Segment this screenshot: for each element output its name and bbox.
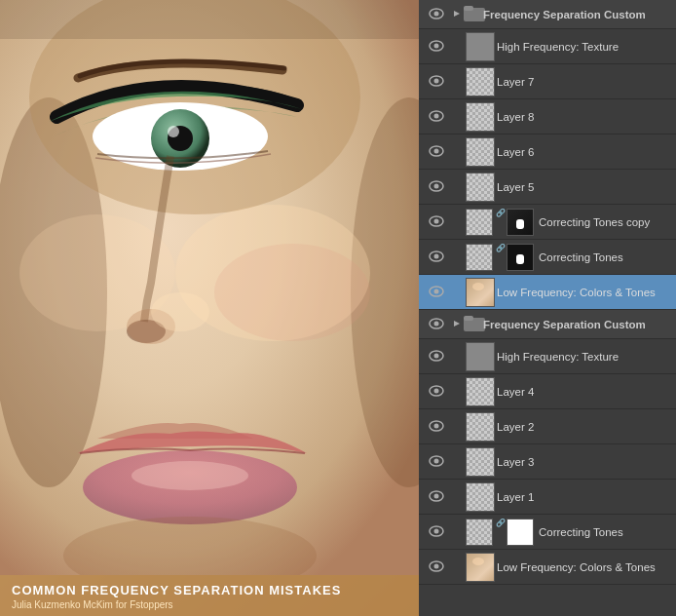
svg-rect-17 [0, 0, 419, 39]
svg-point-9 [168, 126, 179, 137]
svg-point-12 [151, 292, 209, 331]
eye-visibility-icon[interactable] [423, 7, 450, 22]
layer-row[interactable]: 🔗Correcting Tones copy [419, 205, 676, 240]
eye-visibility-icon[interactable] [423, 384, 450, 400]
eye-visibility-icon[interactable] [423, 419, 450, 435]
layer-row[interactable]: Layer 5 [419, 170, 676, 205]
folder-icon [464, 4, 483, 24]
layer-name: Correcting Tones copy [539, 216, 672, 228]
layer-row[interactable]: Layer 1 [419, 480, 676, 515]
layer-thumbnail [466, 32, 495, 61]
eye-visibility-icon[interactable] [423, 250, 450, 265]
layer-thumbnail [466, 102, 495, 132]
svg-rect-22 [464, 6, 473, 11]
layer-name: Layer 2 [497, 421, 672, 433]
svg-point-30 [434, 148, 439, 153]
photo-panel: COMMON FREQUENCY SEPARATION MISTAKES Jul… [0, 0, 419, 616]
caption-title: COMMON FREQUENCY SEPARATION MISTAKES [12, 583, 407, 597]
eye-visibility-icon[interactable] [423, 559, 450, 575]
eye-visibility-icon[interactable] [423, 285, 450, 300]
layer-row[interactable]: Layer 7 [419, 64, 676, 99]
eye-visibility-icon[interactable] [423, 214, 450, 230]
eye-visibility-icon[interactable] [423, 74, 450, 90]
layer-name: Layer 8 [497, 111, 672, 123]
layer-row[interactable]: Frequency Separation Custom [419, 310, 676, 339]
eye-visibility-icon[interactable] [423, 317, 450, 332]
layer-link-icon: 🔗 [496, 244, 506, 271]
svg-point-40 [434, 321, 439, 326]
layer-name: Frequency Separation Custom [483, 319, 672, 330]
svg-point-57 [434, 563, 439, 568]
layer-row[interactable]: Layer 8 [419, 99, 676, 135]
svg-point-45 [434, 353, 439, 358]
svg-marker-20 [454, 11, 460, 17]
layer-name: Layer 4 [497, 386, 672, 398]
layer-thumbnail [466, 173, 495, 202]
layer-thumbnail [466, 553, 495, 582]
layer-thumbnail [466, 447, 495, 477]
layers-panel[interactable]: Frequency Separation CustomHigh Frequenc… [419, 0, 676, 616]
layer-row[interactable]: High Frequency: Texture [419, 339, 676, 374]
layer-name: Layer 7 [497, 76, 672, 88]
layer-row[interactable]: Layer 6 [419, 135, 676, 170]
layer-name: Correcting Tones [539, 526, 672, 538]
collapse-arrow-icon[interactable] [450, 319, 464, 330]
layer-thumbnail [466, 137, 495, 167]
svg-point-14 [131, 461, 248, 490]
layer-thumbnail [466, 342, 495, 371]
eye-visibility-icon[interactable] [423, 109, 450, 125]
svg-point-53 [434, 493, 439, 498]
layer-thumbnail [466, 278, 495, 307]
layer-thumbnail [466, 482, 495, 512]
svg-point-38 [434, 289, 439, 293]
layer-row[interactable]: Frequency Separation Custom [419, 0, 676, 29]
caption-subtitle: Julia Kuzmenko McKim for Fstoppers [12, 599, 407, 610]
svg-point-51 [434, 458, 439, 463]
eye-visibility-icon[interactable] [423, 524, 450, 540]
layer-name: Correcting Tones [539, 251, 672, 263]
eye-visibility-icon[interactable] [423, 454, 450, 470]
layer-name: High Frequency: Texture [497, 41, 672, 53]
layer-thumbnail [466, 377, 495, 406]
svg-point-16 [214, 244, 370, 341]
svg-point-36 [434, 253, 439, 258]
eye-visibility-icon[interactable] [423, 39, 450, 55]
eye-visibility-icon[interactable] [423, 179, 450, 195]
svg-point-24 [434, 43, 439, 48]
folder-icon [464, 314, 483, 334]
svg-marker-41 [454, 321, 460, 327]
photo-caption: COMMON FREQUENCY SEPARATION MISTAKES Jul… [0, 575, 419, 616]
svg-point-49 [434, 423, 439, 428]
face-illustration [0, 0, 419, 575]
svg-point-26 [434, 78, 439, 83]
svg-rect-43 [464, 316, 473, 321]
layer-thumbnail [466, 67, 495, 96]
layer-row[interactable]: 🔗Correcting Tones [419, 240, 676, 275]
layer-thumbnail-pair: 🔗 [466, 519, 536, 546]
svg-point-32 [434, 183, 439, 188]
layer-row[interactable]: Layer 2 [419, 409, 676, 444]
svg-point-28 [434, 113, 439, 118]
eye-visibility-icon[interactable] [423, 144, 450, 160]
svg-point-47 [434, 388, 439, 393]
layer-thumbnail-pair: 🔗 [466, 209, 536, 236]
eye-visibility-icon[interactable] [423, 489, 450, 505]
layer-name: Frequency Separation Custom [483, 9, 672, 20]
layer-name: Layer 1 [497, 491, 672, 503]
layer-name: Low Frequency: Colors & Tones [497, 561, 672, 573]
layer-row[interactable]: Layer 4 [419, 374, 676, 409]
layer-name: Layer 5 [497, 181, 672, 193]
layer-name: Low Frequency: Colors & Tones [497, 287, 672, 298]
photo-background: COMMON FREQUENCY SEPARATION MISTAKES Jul… [0, 0, 419, 616]
collapse-arrow-icon[interactable] [450, 9, 464, 20]
layer-link-icon: 🔗 [496, 519, 506, 546]
svg-point-19 [434, 11, 439, 16]
layer-row[interactable]: Layer 3 [419, 444, 676, 480]
eye-visibility-icon[interactable] [423, 349, 450, 365]
layer-row[interactable]: Low Frequency: Colors & Tones [419, 550, 676, 585]
layer-thumbnail-pair: 🔗 [466, 244, 536, 271]
layer-link-icon: 🔗 [496, 209, 506, 236]
layer-row[interactable]: Low Frequency: Colors & Tones [419, 275, 676, 310]
layer-row[interactable]: High Frequency: Texture [419, 29, 676, 64]
layer-row[interactable]: 🔗Correcting Tones [419, 515, 676, 550]
